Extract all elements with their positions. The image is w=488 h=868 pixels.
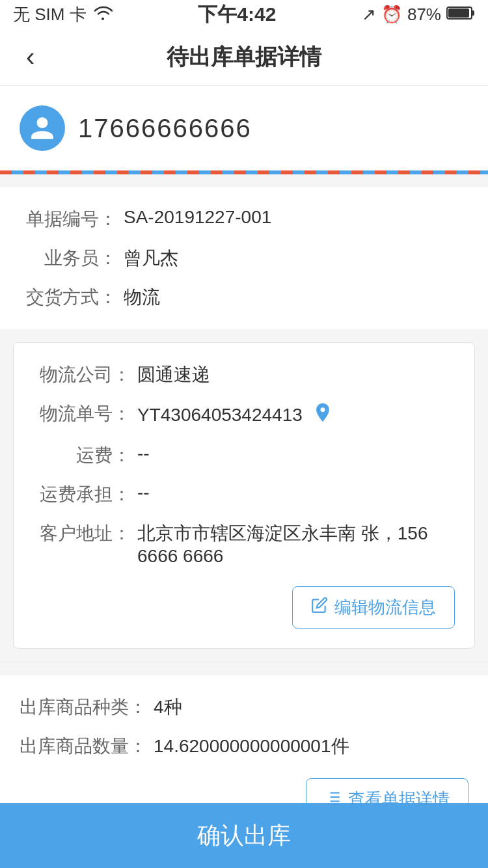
edit-logistics-label: 编辑物流信息 (334, 596, 436, 619)
order-number-value: SA-20191227-001 (124, 207, 468, 228)
status-bar-left: 无 SIM 卡 (13, 3, 113, 26)
freight-row: 运费： -- (33, 443, 455, 468)
goods-quantity-label: 出库商品数量： (20, 734, 147, 759)
tracking-number-text: YT43064053424413 (137, 405, 303, 426)
address-value: 北京市市辖区海淀区永丰南 张，156 6666 6666 (137, 521, 455, 567)
battery-label: 87% (407, 5, 441, 25)
delivery-row: 交货方式： 物流 (20, 285, 468, 310)
address-label: 客户地址： (33, 521, 131, 546)
salesman-value: 曾凡杰 (124, 246, 468, 271)
status-bar-time: 下午4:42 (198, 1, 276, 28)
location-status-icon: ↗ (362, 5, 376, 25)
status-bar-right: ↗ ⏰ 87% (362, 5, 475, 25)
user-avatar (20, 105, 65, 151)
edit-logistics-container: 编辑物流信息 (33, 586, 455, 629)
delivery-value: 物流 (124, 285, 468, 310)
goods-type-value: 4种 (154, 695, 468, 720)
logistics-company-label: 物流公司： (33, 362, 131, 387)
tracking-number-row: 物流单号： YT43064053424413 (33, 401, 455, 429)
goods-type-row: 出库商品种类： 4种 (20, 695, 468, 720)
user-phone: 17666666666 (78, 114, 252, 143)
back-button[interactable]: ‹ (20, 36, 41, 78)
status-bar: 无 SIM 卡 下午4:42 ↗ ⏰ 87% (0, 0, 488, 29)
order-number-row: 单据编号： SA-20191227-001 (20, 207, 468, 232)
logistics-company-row: 物流公司： 圆通速递 (33, 362, 455, 387)
page-title: 待出库单据详情 (167, 42, 321, 72)
delivery-label: 交货方式： (20, 285, 117, 310)
order-info-section: 单据编号： SA-20191227-001 业务员： 曾凡杰 交货方式： 物流 (0, 187, 488, 329)
logistics-company-value: 圆通速递 (137, 362, 455, 387)
battery-icon (446, 5, 475, 25)
alarm-icon: ⏰ (381, 5, 402, 25)
freight-bear-row: 运费承担： -- (33, 482, 455, 507)
goods-quantity-value: 14.620000000000001件 (154, 734, 468, 759)
freight-bear-value: -- (137, 482, 455, 503)
confirm-button[interactable]: 确认出库 (197, 820, 291, 852)
goods-type-label: 出库商品种类： (20, 695, 147, 720)
svg-rect-2 (448, 8, 469, 18)
address-row: 客户地址： 北京市市辖区海淀区永丰南 张，156 6666 6666 (33, 521, 455, 567)
edit-logistics-button[interactable]: 编辑物流信息 (292, 586, 455, 629)
salesman-label: 业务员： (20, 246, 117, 271)
freight-bear-label: 运费承担： (33, 482, 131, 507)
user-header: 17666666666 (0, 86, 488, 170)
logistics-section: 物流公司： 圆通速递 物流单号： YT43064053424413 运费： --… (13, 342, 475, 649)
person-icon (29, 115, 56, 142)
goods-quantity-row: 出库商品数量： 14.620000000000001件 (20, 734, 468, 759)
edit-icon (311, 597, 328, 618)
freight-value: -- (137, 443, 455, 464)
salesman-row: 业务员： 曾凡杰 (20, 246, 468, 271)
order-number-label: 单据编号： (20, 207, 117, 232)
wifi-icon (93, 5, 113, 25)
svg-rect-1 (472, 10, 474, 16)
nav-bar: ‹ 待出库单据详情 (0, 29, 488, 86)
section-divider (0, 662, 488, 662)
map-pin-icon[interactable] (312, 401, 334, 429)
carrier-label: 无 SIM 卡 (13, 3, 87, 26)
tracking-number-label: 物流单号： (33, 401, 131, 426)
bottom-bar: 确认出库 (0, 803, 488, 868)
dashed-separator (0, 170, 488, 174)
freight-label: 运费： (33, 443, 131, 468)
tracking-number-value: YT43064053424413 (137, 401, 455, 429)
